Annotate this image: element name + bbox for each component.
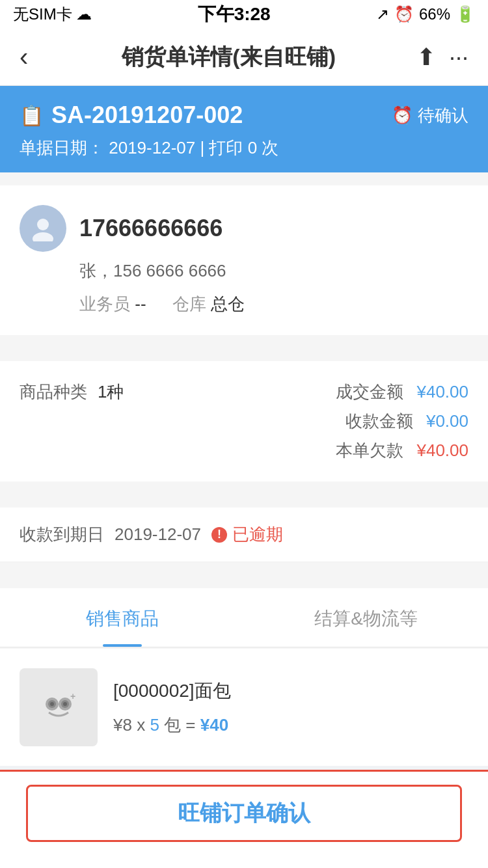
overdue-badge: ! 已逾期 bbox=[211, 523, 283, 546]
order-icon: 📋 bbox=[20, 104, 44, 127]
product-item: + [0000002]面包 ¥8 x 5 包 = ¥40 bbox=[20, 668, 468, 746]
stats-section: 商品种类 1种 成交金额 ¥40.00 收款金额 ¥0.00 本单欠款 ¥40.… bbox=[0, 361, 488, 481]
battery-icon: 🔋 bbox=[455, 5, 475, 23]
share-button[interactable]: ⬆ bbox=[416, 44, 436, 71]
product-quantity: 5 bbox=[150, 715, 159, 735]
location-icon: ↗ bbox=[376, 5, 389, 23]
overdue-text: 已逾期 bbox=[232, 523, 283, 546]
tab-settlement[interactable]: 结算&物流等 bbox=[244, 588, 488, 647]
multiply-sign: x bbox=[137, 715, 150, 735]
received-value: ¥0.00 bbox=[426, 411, 468, 431]
salesman-value: -- bbox=[135, 294, 146, 314]
order-id: SA-20191207-002 bbox=[51, 102, 243, 129]
battery-level: 66% bbox=[419, 5, 450, 23]
page-title: 销货单详情(来自旺铺) bbox=[41, 42, 416, 72]
product-type: 商品种类 1种 bbox=[20, 381, 336, 403]
print-info: 打印 0 次 bbox=[209, 138, 278, 157]
svg-point-1 bbox=[33, 232, 53, 241]
tab-products[interactable]: 销售商品 bbox=[0, 588, 244, 647]
owed-label: 本单欠款 bbox=[336, 439, 403, 462]
product-price-row: ¥8 x 5 包 = ¥40 bbox=[113, 714, 468, 737]
customer-section: 17666666666 张，156 6666 6666 业务员 -- 仓库 总仓 bbox=[0, 185, 488, 335]
customer-phone: 17666666666 bbox=[79, 215, 223, 242]
tabs-section: 销售商品 结算&物流等 bbox=[0, 588, 488, 647]
confirm-order-button[interactable]: 旺铺订单确认 bbox=[26, 785, 462, 842]
warehouse-label: 仓库 bbox=[172, 294, 206, 314]
due-date-value: 2019-12-07 bbox=[115, 524, 201, 545]
product-unit: 包 bbox=[164, 715, 181, 735]
confirm-button-wrap: 旺铺订单确认 bbox=[0, 770, 488, 868]
amount-value: ¥40.00 bbox=[416, 382, 468, 402]
status-time: 下午3:28 bbox=[198, 2, 271, 27]
separator: | bbox=[200, 138, 209, 157]
product-price: ¥8 bbox=[113, 715, 132, 735]
back-button[interactable]: ‹ bbox=[20, 42, 28, 72]
warehouse-value: 总仓 bbox=[211, 294, 245, 314]
customer-name: 张，156 6666 6666 bbox=[79, 260, 468, 282]
nav-bar: ‹ 销货单详情(来自旺铺) ⬆ ··· bbox=[0, 29, 488, 86]
received-label: 收款金额 bbox=[346, 410, 413, 433]
alarm-icon: ⏰ bbox=[394, 5, 414, 23]
order-status: ⏰ 待确认 bbox=[392, 104, 468, 127]
due-date-section: 收款到期日 2019-12-07 ! 已逾期 bbox=[0, 508, 488, 562]
type-value: 1种 bbox=[98, 381, 124, 403]
equals-sign: = bbox=[185, 715, 200, 735]
svg-point-7 bbox=[63, 702, 67, 706]
product-name: [0000002]面包 bbox=[113, 679, 468, 703]
product-total: ¥40 bbox=[200, 715, 228, 735]
product-info: [0000002]面包 ¥8 x 5 包 = ¥40 bbox=[113, 679, 468, 737]
date-label: 单据日期： bbox=[20, 138, 104, 157]
more-button[interactable]: ··· bbox=[449, 44, 468, 71]
amount-label: 成交金额 bbox=[336, 381, 403, 403]
clock-icon: ⏰ bbox=[392, 105, 413, 126]
status-bar: 无SIM卡 ☁ 下午3:28 ↗ ⏰ 66% 🔋 bbox=[0, 0, 488, 29]
order-date: 2019-12-07 bbox=[109, 138, 195, 157]
product-thumbnail: + bbox=[20, 668, 98, 746]
avatar bbox=[20, 205, 66, 252]
status-right: ↗ ⏰ 66% 🔋 bbox=[376, 5, 475, 23]
salesman-label: 业务员 bbox=[79, 294, 130, 314]
nav-actions: ⬆ ··· bbox=[416, 44, 468, 71]
svg-point-6 bbox=[50, 702, 54, 706]
amount-stats: 成交金额 ¥40.00 收款金额 ¥0.00 本单欠款 ¥40.00 bbox=[336, 381, 468, 462]
svg-text:+: + bbox=[70, 691, 75, 701]
owed-value: ¥40.00 bbox=[416, 441, 468, 461]
customer-meta: 业务员 -- 仓库 总仓 bbox=[79, 293, 468, 316]
status-left: 无SIM卡 ☁ bbox=[13, 4, 92, 25]
svg-point-0 bbox=[37, 219, 49, 230]
product-section: + [0000002]面包 ¥8 x 5 包 = ¥40 bbox=[0, 649, 488, 766]
overdue-icon: ! bbox=[211, 527, 227, 543]
type-label: 商品种类 bbox=[20, 381, 87, 403]
order-date-row: 单据日期： 2019-12-07 | 打印 0 次 bbox=[20, 137, 468, 159]
due-date-label: 收款到期日 bbox=[20, 523, 104, 546]
status-label: 待确认 bbox=[418, 104, 468, 127]
order-banner: 📋 SA-20191207-002 ⏰ 待确认 单据日期： 2019-12-07… bbox=[0, 86, 488, 172]
sim-status: 无SIM卡 ☁ bbox=[13, 4, 92, 25]
